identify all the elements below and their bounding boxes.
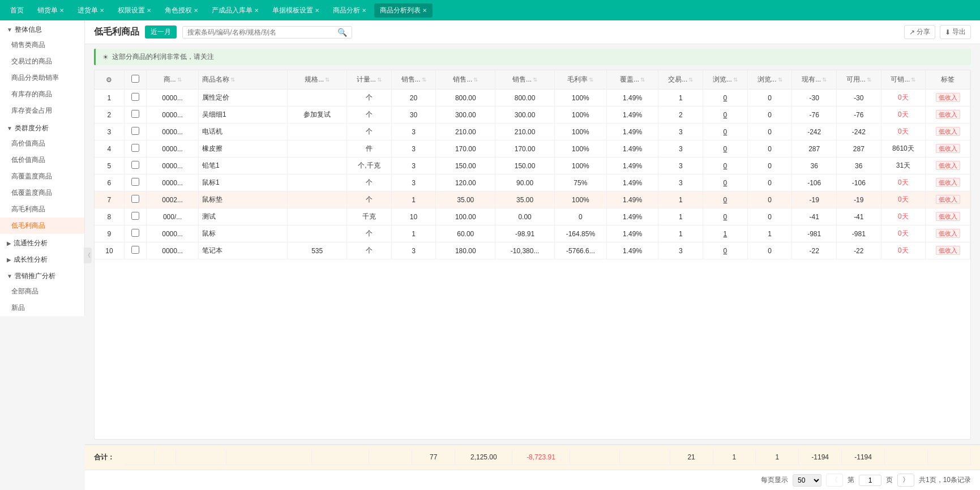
arrow-growth: ▶: [7, 257, 11, 263]
row-name[interactable]: 电话机: [198, 123, 287, 140]
row-current: -242: [792, 123, 837, 140]
sidebar-item-in-stock[interactable]: 有库存的商品: [0, 86, 84, 103]
th-view2[interactable]: 浏览...⇅: [747, 70, 792, 90]
row-unit: 个: [347, 123, 392, 140]
sidebar-group-marketing[interactable]: ▼ 营销推广分析: [0, 267, 84, 283]
nav-close-purchase[interactable]: ✕: [100, 7, 104, 14]
nav-item-product-entry[interactable]: 产成品入库单 ✕: [206, 3, 264, 18]
page-suffix: 页: [886, 475, 893, 485]
row-view2: 0: [747, 140, 792, 157]
export-icon: ⬇: [945, 28, 951, 36]
row-name[interactable]: 鼠标: [198, 225, 287, 242]
row-name[interactable]: 吴细细1: [198, 106, 287, 123]
sidebar-item-all-products[interactable]: 全部商品: [0, 283, 84, 300]
date-filter-button[interactable]: 近一月: [145, 25, 177, 39]
select-all-checkbox[interactable]: [131, 75, 139, 83]
row-spec: [288, 90, 347, 106]
th-code[interactable]: 商...⇅: [147, 70, 199, 90]
row-code: 000/...: [147, 208, 199, 225]
sidebar-group-overall[interactable]: ▼ 整体信息: [0, 20, 84, 37]
row-trade: 3: [658, 174, 703, 191]
th-settings[interactable]: ⚙: [95, 70, 124, 90]
row-view2: 0: [747, 106, 792, 123]
sidebar-toggle[interactable]: 《: [84, 248, 92, 263]
sidebar-item-sales-products[interactable]: 销售类商品: [0, 37, 84, 53]
th-tag[interactable]: 标签: [926, 70, 970, 90]
nav-close-sales[interactable]: ✕: [59, 7, 64, 14]
nav-item-permissions[interactable]: 权限设置 ✕: [112, 3, 157, 18]
row-available: -41: [836, 208, 881, 225]
nav-item-sales[interactable]: 销货单 ✕: [32, 3, 70, 18]
row-name[interactable]: 橡皮擦: [198, 140, 287, 157]
th-sales-qty[interactable]: 销售...⇅: [391, 70, 436, 90]
nav-item-analysis-list[interactable]: 商品分析列表 ✕: [374, 3, 433, 18]
page-number-input[interactable]: [859, 475, 881, 486]
row-trade: 3: [658, 242, 703, 259]
row-name[interactable]: 笔记本: [198, 242, 287, 259]
sidebar-item-high-coverage[interactable]: 高覆盖度商品: [0, 168, 84, 185]
row-name[interactable]: 测试: [198, 208, 287, 225]
search-input[interactable]: [187, 28, 337, 36]
nav-close-analysis-list[interactable]: ✕: [422, 7, 427, 14]
sidebar-item-high-value[interactable]: 高价值商品: [0, 135, 84, 152]
th-unit[interactable]: 计量...⇅: [347, 70, 392, 90]
row-coverage: 1.49%: [606, 225, 658, 242]
nav-close-permissions[interactable]: ✕: [147, 7, 151, 14]
sidebar-item-new-products[interactable]: 新品: [0, 300, 84, 316]
next-page-button[interactable]: 〉: [897, 474, 914, 487]
row-saleable: 0天: [881, 191, 926, 208]
nav-item-roles[interactable]: 角色授权 ✕: [159, 3, 204, 18]
nav-close-template[interactable]: ✕: [315, 7, 319, 14]
row-saleable: 0天: [881, 225, 926, 242]
th-name[interactable]: 商品名称⇅: [198, 70, 287, 90]
table-row: 9 0000... 鼠标 个 1 60.00 -98.91 -164.85% 1…: [95, 225, 970, 242]
th-sales-price[interactable]: 销售...⇅: [436, 70, 495, 90]
nav-item-product-analysis[interactable]: 商品分析 ✕: [327, 3, 372, 18]
th-saleable[interactable]: 可销...⇅: [881, 70, 926, 90]
sidebar-item-low-margin[interactable]: 低毛利商品: [0, 218, 84, 234]
th-trade[interactable]: 交易...⇅: [658, 70, 703, 90]
row-trade: 3: [658, 123, 703, 140]
sidebar-item-low-value[interactable]: 低价值商品: [0, 152, 84, 168]
row-view2: 1: [747, 225, 792, 242]
th-view1[interactable]: 浏览...⇅: [703, 70, 748, 90]
nav-item-template[interactable]: 单据模板设置 ✕: [267, 3, 325, 18]
nav-close-roles[interactable]: ✕: [194, 7, 198, 14]
nav-close-product-analysis[interactable]: ✕: [362, 7, 366, 14]
export-button[interactable]: ⬇ 导出: [940, 25, 971, 39]
th-available[interactable]: 可用...⇅: [836, 70, 881, 90]
table-row: 1 0000... 属性定价 个 20 800.00 800.00 100% 1…: [95, 90, 970, 106]
nav-item-purchase[interactable]: 进货单 ✕: [72, 3, 110, 18]
th-coverage[interactable]: 覆盖...⇅: [606, 70, 658, 90]
nav-item-home[interactable]: 首页: [5, 3, 29, 18]
th-spec[interactable]: 规格...⇅: [288, 70, 347, 90]
row-sales-price: 210.00: [436, 123, 495, 140]
sidebar-item-low-coverage[interactable]: 低覆盖度商品: [0, 185, 84, 201]
row-name[interactable]: 鼠标1: [198, 174, 287, 191]
page-header: 低毛利商品 近一月 🔍 ↗ 分享 ⬇ 导出: [85, 20, 980, 44]
share-button[interactable]: ↗ 分享: [904, 25, 935, 39]
row-name[interactable]: 属性定价: [198, 90, 287, 106]
row-name[interactable]: 铅笔1: [198, 157, 287, 174]
sidebar-item-high-margin[interactable]: 高毛利商品: [0, 201, 84, 218]
row-trade: 2: [658, 106, 703, 123]
th-gross-margin[interactable]: 毛利率⇅: [555, 70, 607, 90]
prev-page-button[interactable]: 〈: [826, 474, 843, 487]
row-name[interactable]: 鼠标垫: [198, 191, 287, 208]
total-trade: 21: [670, 450, 713, 465]
th-current[interactable]: 现有...⇅: [792, 70, 837, 90]
sidebar-group-circulation[interactable]: ▶ 流通性分析: [0, 234, 84, 250]
sidebar-item-traded-products[interactable]: 交易过的商品: [0, 53, 84, 70]
sidebar-group-cluster[interactable]: ▼ 类群度分析: [0, 119, 84, 135]
sidebar-group-growth[interactable]: ▶ 成长性分析: [0, 250, 84, 267]
th-sales-amount[interactable]: 销售...⇅: [495, 70, 555, 90]
sidebar-item-stock-fund[interactable]: 库存资金占用: [0, 103, 84, 119]
page-size-select[interactable]: 50 100 200: [793, 474, 821, 487]
row-code: 0000...: [147, 157, 199, 174]
row-checkbox: [124, 191, 146, 208]
row-spec: [288, 123, 347, 140]
sidebar-item-category-rate[interactable]: 商品分类助销率: [0, 70, 84, 86]
row-no: 2: [95, 106, 124, 123]
total-records: 共1页，10条记录: [919, 475, 971, 485]
nav-close-product-entry[interactable]: ✕: [254, 7, 259, 14]
